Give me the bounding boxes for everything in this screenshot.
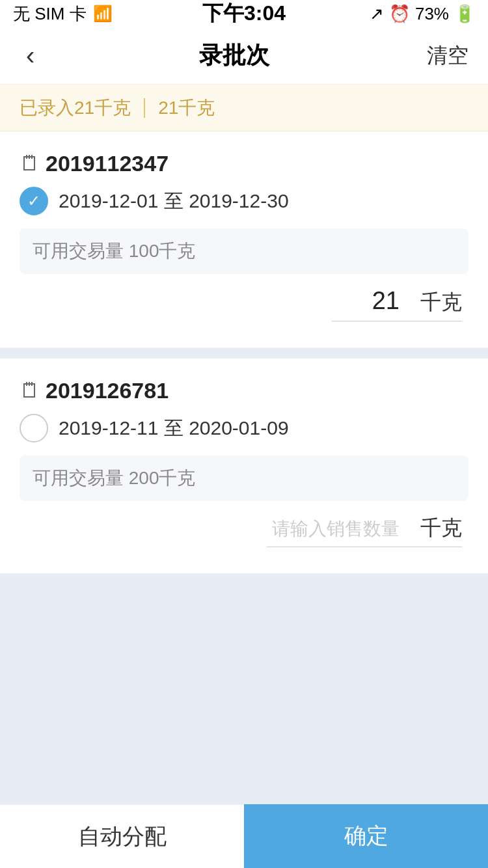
quantity-placeholder-2[interactable]: 请输入销售数量 [272, 517, 400, 541]
batch-date-row-1: ✓ 2019-12-01 至 2019-12-30 [20, 187, 468, 215]
batch-quantity-row-1: 21 千克 [20, 287, 468, 328]
status-bar: 无 SIM 卡 📶 下午3:04 ↗ ⏰ 73% 🔋 [0, 0, 488, 27]
carrier-text: 无 SIM 卡 [13, 3, 87, 25]
page-title: 录批次 [199, 40, 269, 72]
alarm-icon: ⏰ [389, 4, 410, 24]
clear-button[interactable]: 清空 [427, 42, 468, 70]
batch-card-1: 🗒 2019112347 ✓ 2019-12-01 至 2019-12-30 可… [0, 131, 488, 348]
batch-date-1: 2019-12-01 至 2019-12-30 [59, 188, 289, 215]
confirm-button[interactable]: 确定 [244, 804, 488, 868]
quantity-value-1: 21 [372, 287, 400, 315]
batch-date-row-2: 2019-12-11 至 2020-01-09 [20, 414, 468, 442]
batch-icon-1: 🗒 [20, 152, 40, 176]
back-button[interactable]: ‹ [20, 34, 41, 77]
status-time: 下午3:04 [202, 0, 286, 28]
batch-available-1: 可用交易量 100千克 [20, 228, 468, 274]
nav-bar: ‹ 录批次 清空 [0, 27, 488, 85]
batch-number-1: 2019112347 [46, 151, 169, 176]
batch-card-2: 🗒 2019126781 2019-12-11 至 2020-01-09 可用交… [0, 359, 488, 574]
batch-number-2: 2019126781 [46, 378, 169, 403]
batch-quantity-row-2: 请输入销售数量 千克 [20, 514, 468, 554]
batch-header-2: 🗒 2019126781 [20, 378, 468, 403]
quantity-unit-2: 千克 [420, 514, 462, 543]
status-left: 无 SIM 卡 📶 [13, 3, 113, 25]
batch-checkbox-1[interactable]: ✓ [20, 187, 48, 215]
recorded-label: 已录入21千克 [20, 96, 131, 120]
empty-area [0, 574, 488, 834]
batch-available-2: 可用交易量 200千克 [20, 455, 468, 501]
location-icon: ↗ [370, 4, 384, 24]
batch-icon-2: 🗒 [20, 379, 40, 403]
checkmark-1: ✓ [27, 193, 40, 209]
auto-distribute-button[interactable]: 自动分配 [0, 804, 244, 868]
info-banner: 已录入21千克 21千克 [0, 85, 488, 131]
batch-checkbox-2[interactable] [20, 414, 48, 442]
amount-label: 21千克 [158, 96, 215, 120]
battery-icon: 🔋 [454, 4, 475, 24]
wifi-icon: 📶 [93, 5, 113, 23]
bottom-bar: 自动分配 确定 [0, 804, 488, 868]
info-divider [144, 98, 145, 118]
batch-header-1: 🗒 2019112347 [20, 151, 468, 176]
status-right: ↗ ⏰ 73% 🔋 [370, 4, 475, 24]
battery-text: 73% [415, 4, 449, 24]
batch-date-2: 2019-12-11 至 2020-01-09 [59, 415, 289, 442]
quantity-unit-1: 千克 [420, 288, 462, 317]
separator-1 [0, 348, 488, 359]
